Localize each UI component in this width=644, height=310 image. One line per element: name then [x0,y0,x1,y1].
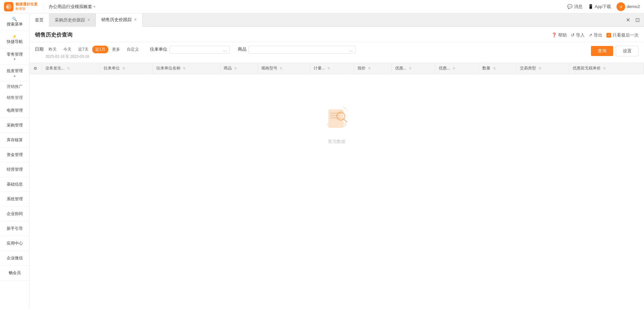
sidebar-item-operations[interactable]: 经营管理 [0,162,29,177]
sidebar-item-corp-collab[interactable]: 企业协同 [0,207,29,221]
tab-purchase-label: 采购历史价跟踪 [55,17,85,23]
th-trade-type[interactable]: 交易类型 ⇅ [517,63,569,74]
th-discount1-label: 优惠... [395,66,407,70]
tab-maximize-btn[interactable]: ⊡ [633,16,641,24]
sidebar-item-ecommerce[interactable]: 电商管理 [0,103,29,118]
client-input-dots: ... [223,47,227,52]
download-icon: 📱 [588,4,593,9]
th-discount2[interactable]: 优惠... ⇅ [435,63,479,74]
th-quantity[interactable]: 数量 ⇅ [479,63,517,74]
sort-icon-unit: ⇅ [327,66,330,70]
product-filter-input[interactable]: ... [249,46,356,54]
sidebar-item-inventory[interactable]: 库存核算 [0,133,29,148]
sidebar-label-app-center: 应用中心 [7,241,23,246]
sidebar-item-sales-mgmt[interactable]: 销售管理 [0,92,29,103]
tab-purchase-history[interactable]: 采购历史价跟踪 ✕ [49,13,96,27]
sidebar-label-inventory: 库存核算 [7,137,23,143]
th-partner-name[interactable]: 往来单位名称 ⇅ [153,63,220,74]
th-pretax[interactable]: 优惠前无税单价 ⇅ [569,63,644,74]
date-btn-7days[interactable]: 近7天 [75,46,92,53]
sidebar-item-purchase[interactable]: 采购管理 [0,118,29,133]
table-wrap: ⚙ 业务发生... ⇅ 往来单位 ⇅ 往来单位名称 [30,63,644,171]
sidebar-item-beginner[interactable]: 新手引导 [0,221,29,236]
export-icon: ↗ [589,33,592,38]
quick-nav-icon: ⚡ [12,34,17,39]
sidebar-label-purchase: 采购管理 [7,122,23,128]
download-btn[interactable]: 📱 App下载 [588,4,611,10]
sidebar-item-wholesale[interactable]: 批发管理 ▲ [0,65,29,81]
th-product-label: 商品 [224,66,232,70]
sort-icon-quantity: ⇅ [493,66,496,70]
main-layout: 🔍 搜索菜单 ⚡ 快捷导航 零售管理 ▼ 批发管理 ▲ 营销推广 销售管理 电商… [0,13,644,310]
client-filter-input[interactable]: ... [169,46,230,54]
help-btn[interactable]: ❓ 帮助 [551,32,567,38]
th-product[interactable]: 商品 ⇅ [220,63,258,74]
th-spec-label: 规格型号 [261,66,277,70]
svg-rect-5 [330,115,339,116]
help-label: 帮助 [558,32,567,38]
svg-point-10 [347,110,348,111]
sidebar-label-search-menu: 搜索菜单 [7,21,23,27]
svg-point-9 [344,108,346,109]
th-discount1[interactable]: 优惠... ⇅ [391,63,435,74]
sidebar-item-system[interactable]: 系统管理 [0,192,29,207]
svg-line-8 [344,119,347,122]
th-trade-type-label: 交易类型 [520,66,536,70]
product-input-text [252,47,288,52]
date-btn-yesterday[interactable]: 昨天 [46,46,60,53]
user-area[interactable]: d demo2 [616,2,640,11]
topbar-left: 6 畅捷通好生意 标准版 办公用品行业模拟账套 ▾ [4,2,95,11]
tab-home[interactable]: 首页 [30,13,49,27]
logo-text-area: 畅捷通好生意 标准版 [15,2,38,11]
tab-sales-close-icon[interactable]: ✕ [134,17,137,22]
th-unit[interactable]: 计量... ⇅ [310,63,354,74]
topbar-right: 💬 消息 📱 App下载 d demo2 [567,2,640,11]
only-last-label: 只看最后一次 [612,32,639,38]
tab-purchase-close-icon[interactable]: ✕ [87,18,90,22]
settings-button[interactable]: 设置 [616,46,639,56]
export-label: 导出 [594,32,602,38]
app-title[interactable]: 办公用品行业模拟账套 ▾ [49,4,95,10]
client-input-text [172,47,195,52]
product-filter-group: 商品 ... [238,46,356,54]
th-quote[interactable]: 报价 ⇅ [354,63,391,74]
data-table: ⚙ 业务发生... ⇅ 往来单位 ⇅ 往来单位名称 [30,63,644,74]
date-btn-today[interactable]: 今天 [60,46,74,53]
sidebar-item-quick-nav[interactable]: ⚡ 快捷导航 [0,31,29,48]
sidebar-item-marketing[interactable]: 营销推广 [0,81,29,92]
date-btn-custom[interactable]: 自定义 [124,46,142,53]
message-btn[interactable]: 💬 消息 [567,4,583,10]
sidebar-item-finance[interactable]: 资金管理 [0,148,29,162]
logo-sub: 标准版 [15,6,38,11]
th-gear[interactable]: ⚙ [30,63,42,74]
sidebar-label-quick-nav: 快捷导航 [7,39,23,45]
username: demo2 [627,4,640,9]
sidebar-item-app-center[interactable]: 应用中心 [0,236,29,251]
sidebar-item-search-menu[interactable]: 🔍 搜索菜单 [0,13,29,31]
th-biz-date[interactable]: 业务发生... ⇅ [42,63,100,74]
export-btn[interactable]: ↗ 导出 [589,32,602,38]
date-filter-group: 日期 昨天 今天 近7天 近1月 更多 自定义 2023-02-18 至 202… [35,46,142,59]
th-spec[interactable]: 规格型号 ⇅ [258,63,310,74]
sidebar-item-retail[interactable]: 零售管理 ▼ [0,48,29,65]
sidebar-item-basic-info[interactable]: 基础信息 [0,177,29,192]
sort-icon-partner: ⇅ [122,66,125,70]
sidebar-item-membership[interactable]: 畅会员 [0,266,29,280]
query-button[interactable]: 查询 [591,46,613,56]
svg-text:6: 6 [6,5,9,9]
th-pretax-label: 优惠前无税单价 [573,66,601,70]
sidebar-item-corp-wechat[interactable]: 企业微信 [0,251,29,266]
tab-close-all-btn[interactable]: ✕ [624,16,632,24]
date-btn-more[interactable]: 更多 [109,46,123,53]
tab-sales-history[interactable]: 销售历史价跟踪 ✕ [96,13,143,27]
th-partner[interactable]: 往来单位 ⇅ [100,63,153,74]
date-btn-1month[interactable]: 近1月 [92,46,109,53]
import-btn[interactable]: ↺ 导入 [571,32,585,38]
th-partner-label: 往来单位 [104,66,120,70]
page-title: 销售历史价查询 [35,32,72,39]
date-options: 昨天 今天 近7天 近1月 更多 自定义 [46,46,142,53]
only-last-checkbox[interactable]: 只看最后一次 [606,32,639,38]
import-label: 导入 [576,32,585,38]
svg-rect-4 [330,113,342,114]
logo-area[interactable]: 6 畅捷通好生意 标准版 [4,2,38,11]
